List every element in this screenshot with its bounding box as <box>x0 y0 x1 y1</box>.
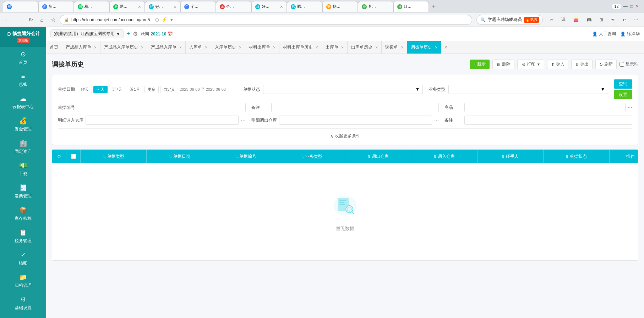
close-ruku-hist-tab[interactable]: × <box>239 45 241 50</box>
export-button[interactable]: ⬇ 导出 <box>571 60 593 69</box>
sidebar-item-tax[interactable]: 📋 税务管理 <box>0 225 46 247</box>
app-tab-chuku-hist[interactable]: 出库单历史 × <box>348 41 382 54</box>
date-7days-btn[interactable]: 近7天 <box>109 86 125 93</box>
translate-button[interactable]: 译 <box>558 16 568 23</box>
note-input[interactable] <box>271 103 439 112</box>
app-tab-chuku[interactable]: 出库单 × <box>322 41 348 54</box>
close-chuku-hist-tab[interactable]: × <box>375 45 378 50</box>
search-area[interactable]: 🔍 学霸应聘场驱鸟员 🔥 热搜 <box>476 15 543 25</box>
th-status[interactable]: ⇅ 单据状态 <box>544 150 610 163</box>
date-month-btn[interactable]: 近1月 <box>127 86 143 93</box>
detail-out-input[interactable] <box>279 116 432 125</box>
window-minimize[interactable]: — <box>623 4 628 9</box>
company-selector[interactable]: (勿删勿禁用）江西服宝测试专用 ▼ <box>50 29 124 38</box>
bookmark-button[interactable]: ☆ <box>48 15 58 25</box>
sidebar-item-archive[interactable]: 📁 归档管理 <box>0 270 46 292</box>
tab-close-hao2[interactable]: × <box>280 4 283 10</box>
browser-tab-chang[interactable]: 畅 畅… <box>322 1 358 12</box>
th-out-warehouse[interactable]: ⇅ 调出仓库 <box>345 150 411 163</box>
print-button[interactable]: 🖨 打印 ▼ <box>517 60 544 69</box>
close-chanpin-hist-tab[interactable]: × <box>141 45 143 50</box>
close-chanpin2-tab[interactable]: × <box>179 45 182 50</box>
sidebar-item-asset[interactable]: 🏢 固定资产 <box>0 136 46 158</box>
status-select[interactable]: ▼ <box>263 85 423 94</box>
settings-gear-button[interactable]: ⚙ <box>133 30 138 37</box>
collapse-btn[interactable]: ∧ 收起更多条件 <box>326 132 365 140</box>
period-selector[interactable]: 账期 2021-10 📅 <box>141 31 173 37</box>
th-biz-type[interactable]: ⇅ 业务类型 <box>279 150 345 163</box>
close-chanpin-tab[interactable]: × <box>94 45 97 50</box>
game-button[interactable]: 🎮 <box>584 17 595 23</box>
app-tab-ruku[interactable]: 入库单 × <box>186 41 211 54</box>
th-check[interactable] <box>66 150 81 163</box>
tab-close-yi2[interactable]: × <box>138 4 141 10</box>
app-tab-ruku-hist[interactable]: 入库单历史 × <box>211 41 245 54</box>
th-doc-num[interactable]: ⇅ 单据编号 <box>213 150 279 163</box>
browser-tab-new[interactable]: 新 新… <box>38 1 74 12</box>
address-bar[interactable]: 🔒 https://cloud.chanjet.com/accounting/u… <box>60 15 472 25</box>
close-diaobod-tab[interactable]: × <box>401 45 403 50</box>
browser-tab-mu[interactable]: 目 目… <box>393 1 429 12</box>
home-button[interactable]: ⌂ <box>37 15 47 25</box>
close-diaobod-hist-tab[interactable]: × <box>435 45 437 50</box>
th-doc-type[interactable]: ⇅ 单据类型 <box>81 150 147 163</box>
app-tab-cailiao[interactable]: 材料出库单 × <box>245 41 279 54</box>
close-ruku-tab[interactable]: × <box>205 45 207 50</box>
goods-input[interactable] <box>464 103 625 112</box>
date-custom-btn[interactable]: 自定义 <box>160 86 178 93</box>
more-button[interactable]: ⋯ <box>631 17 641 23</box>
delete-button[interactable]: 🗑 删除 <box>492 60 514 69</box>
app-tab-cailiao-hist[interactable]: 材料出库单历史 × <box>279 41 322 54</box>
undo-button[interactable]: ↩ <box>620 17 629 23</box>
sidebar-item-ledger[interactable]: ≡ 总账 <box>0 69 46 91</box>
new-button[interactable]: + 新增 <box>470 60 490 69</box>
refresh-button[interactable]: ↻ <box>26 15 36 25</box>
browser-tab-ge[interactable]: 个 个… <box>180 1 216 12</box>
detail-out-dots-btn[interactable]: ··· <box>434 117 439 123</box>
sidebar-item-stock[interactable]: 📦 库存核算 <box>0 203 46 225</box>
refresh-button[interactable]: ↻ 刷新 <box>595 60 617 69</box>
date-more-btn[interactable]: 更多 <box>144 86 159 93</box>
dropdown-icon[interactable]: ▼ <box>169 17 174 22</box>
night-button[interactable]: ☀ <box>608 17 618 23</box>
biztype-select[interactable]: ▼ <box>448 85 608 94</box>
sidebar-item-invoice[interactable]: 🧾 发票管理 <box>0 180 46 203</box>
import-button[interactable]: ⬆ 导入 <box>547 60 568 69</box>
browser-tab-hao2[interactable]: 好 好… × <box>251 1 287 12</box>
browser-tab-yi1[interactable]: 易 易… <box>74 1 109 12</box>
wallet-button[interactable]: 👛 <box>571 17 582 23</box>
th-gear[interactable]: ⚙ <box>52 150 66 163</box>
th-doc-date[interactable]: ⇅ 单据日期 <box>147 150 213 163</box>
detail-in-dots-btn[interactable]: ··· <box>241 117 245 123</box>
window-close[interactable]: × <box>636 4 638 9</box>
date-yesterday-btn[interactable]: 昨天 <box>78 86 92 93</box>
grid-button[interactable]: ⊞ <box>597 17 606 23</box>
th-in-warehouse[interactable]: ⇅ 调入仓库 <box>411 150 477 163</box>
back-button[interactable]: ← <box>3 15 13 25</box>
sidebar-item-report[interactable]: ☁ 云报表中心 <box>0 91 46 113</box>
browser-tab-yi2[interactable]: 易 易… × <box>109 1 145 12</box>
query-button[interactable]: 查询 <box>614 79 632 89</box>
sidebar-item-home[interactable]: ⊙ 首页 <box>0 47 46 69</box>
user-profile-button[interactable]: 👤 徐泽华 <box>620 31 640 37</box>
detail-in-input[interactable] <box>86 116 239 125</box>
sidebar-item-wage[interactable]: 💵 工资 <box>0 158 46 180</box>
docnum-input[interactable] <box>78 103 246 112</box>
sidebar-item-guide[interactable]: 📖 新手引导 <box>0 314 46 318</box>
app-tab-diaobod[interactable]: 调拨单 × <box>382 41 407 54</box>
close-cailiao-hist-tab[interactable]: × <box>316 45 318 50</box>
app-tab-diaobod-hist[interactable]: 调拨单历史 × <box>407 41 441 54</box>
cut-button[interactable]: ✂ <box>547 17 556 23</box>
browser-tab-teng[interactable]: 腾 腾… <box>287 1 322 12</box>
note2-input[interactable] <box>464 116 632 125</box>
tab-bar-close[interactable]: × <box>441 44 450 51</box>
customer-service-button[interactable]: 👤 人工咨询 <box>592 31 616 37</box>
tab-close-hao[interactable]: × <box>174 4 176 10</box>
app-tab-chanpin2[interactable]: 产成品入库单 × <box>147 41 186 54</box>
browser-tab-qi[interactable]: 企 企… <box>216 1 251 12</box>
app-tab-home[interactable]: 首页 <box>46 41 62 54</box>
new-tab-button[interactable]: + <box>429 1 439 11</box>
close-cailiao-tab[interactable]: × <box>273 45 275 50</box>
sidebar-item-settle[interactable]: ✓ 结账 <box>0 247 46 270</box>
display-checkbox[interactable] <box>620 62 624 67</box>
